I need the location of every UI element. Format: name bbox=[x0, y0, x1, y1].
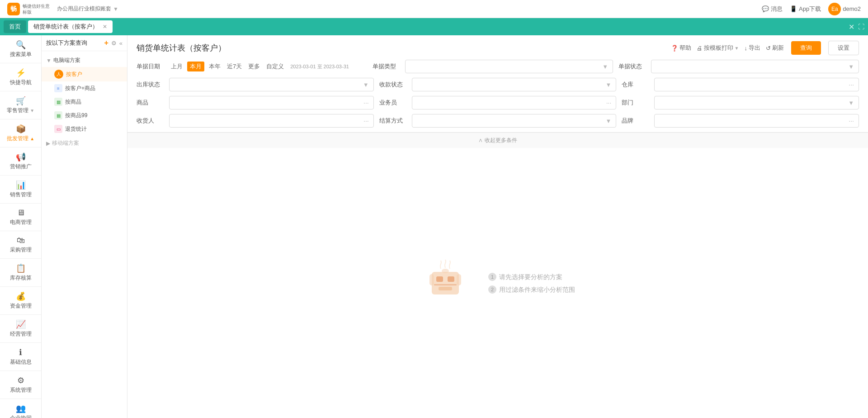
date-this-year[interactable]: 本年 bbox=[207, 62, 222, 71]
tab-maximize-icon[interactable]: ⛶ bbox=[858, 23, 864, 30]
status-input[interactable]: ▼ bbox=[651, 60, 859, 73]
date-filter-group: 上月 本月 本年 近7天 更多 自定义 2023-03-01 至 2023-03… bbox=[169, 62, 367, 71]
scheme-customer-goods-label: 按客户+商品 bbox=[65, 85, 95, 92]
status-label: 单据状态 bbox=[618, 62, 646, 71]
desktop-group-label: 电脑端方案 bbox=[53, 57, 80, 64]
svg-rect-5 bbox=[429, 274, 434, 285]
refresh-label: 刷新 bbox=[772, 44, 784, 52]
type-label: 单据类型 bbox=[373, 62, 400, 71]
goods-input[interactable]: ··· bbox=[169, 96, 374, 109]
empty-illustration bbox=[420, 256, 475, 310]
settle-input[interactable]: ▼ bbox=[412, 114, 617, 128]
scheme-item-return[interactable]: ▭ 退货统计 bbox=[42, 122, 127, 136]
sidebar-purchase-label: 采购管理 bbox=[10, 247, 32, 253]
help-btn[interactable]: ❓ 帮助 bbox=[671, 44, 691, 52]
date-prev-month[interactable]: 上月 bbox=[169, 62, 184, 71]
receiver-input[interactable]: ··· bbox=[169, 114, 374, 128]
receiver-dots-icon: ··· bbox=[363, 117, 369, 124]
scheme-add-icon[interactable]: + bbox=[104, 39, 108, 47]
sidebar-item-ecommerce[interactable]: 🖥 电商管理 bbox=[0, 204, 41, 231]
empty-hints: 1 请先选择要分析的方案 2 用过滤条件来缩小分析范围 bbox=[488, 271, 575, 296]
app-download-btn[interactable]: 📱 App下载 bbox=[790, 5, 821, 13]
clerk-dots-icon: ··· bbox=[606, 99, 612, 106]
mobile-group: ▶ 移动端方案 bbox=[42, 137, 127, 150]
help-icon: ❓ bbox=[671, 45, 678, 52]
type-input[interactable]: ▼ bbox=[405, 60, 613, 73]
clerk-input[interactable]: ··· bbox=[412, 96, 617, 109]
sidebar-item-sales[interactable]: 📊 销售管理 bbox=[0, 176, 41, 204]
pay-status-input[interactable]: ▼ bbox=[412, 78, 617, 91]
status-arrow-icon: ▼ bbox=[848, 63, 854, 70]
print-btn[interactable]: 🖨 按模板打印 ▼ bbox=[697, 44, 739, 52]
help-label: 帮助 bbox=[679, 44, 691, 52]
sidebar-item-basic[interactable]: ℹ 基础信息 bbox=[0, 343, 41, 371]
scheme-edit-icon[interactable]: ⚙ bbox=[111, 40, 117, 47]
scheme-panel: 按以下方案查询 + ⚙ « ▼ 电脑端方案 人 按客户 bbox=[42, 35, 127, 418]
tab-home[interactable]: 首页 bbox=[4, 20, 26, 33]
sidebar-item-wholesale[interactable]: 📦 批发管理 ▲ bbox=[0, 119, 41, 147]
date-more[interactable]: 更多 bbox=[246, 62, 262, 71]
scheme-header-icons: + ⚙ « bbox=[104, 39, 123, 47]
sidebar-item-search[interactable]: 🔍 搜索菜单 bbox=[0, 35, 41, 63]
marketing-icon: 📢 bbox=[2, 152, 39, 162]
query-button[interactable]: 查询 bbox=[791, 41, 821, 55]
sidebar-wholesale-label: 批发管理 bbox=[7, 135, 28, 142]
mobile-group-label: 移动端方案 bbox=[52, 139, 79, 147]
content-panel: 按以下方案查询 + ⚙ « ▼ 电脑端方案 人 按客户 bbox=[42, 35, 868, 418]
date-this-month[interactable]: 本月 bbox=[187, 62, 204, 71]
message-btn[interactable]: 💬 消息 bbox=[762, 5, 783, 13]
sidebar: 🔍 搜索菜单 ⚡ 快捷导航 🛒 零售管理 ▼ 📦 批发管理 ▲ 📢 营销推广 📊… bbox=[0, 35, 42, 418]
breadcrumb[interactable]: 办公用品行业模拟账套 ▼ bbox=[57, 5, 118, 13]
setting-button[interactable]: 设置 bbox=[828, 41, 859, 55]
date-custom[interactable]: 自定义 bbox=[264, 62, 286, 71]
svg-rect-3 bbox=[434, 284, 457, 285]
mobile-group-toggle[interactable]: ▶ 移动端方案 bbox=[42, 137, 127, 150]
scheme-item-goods99[interactable]: ▦ 按商品99 bbox=[42, 109, 127, 122]
sidebar-item-corp[interactable]: 👥 企业协同 bbox=[0, 399, 41, 418]
svg-rect-1 bbox=[436, 276, 443, 282]
scheme-customer-icon: 人 bbox=[54, 70, 63, 79]
print-arrow-icon: ▼ bbox=[735, 46, 739, 51]
date-7days[interactable]: 近7天 bbox=[225, 62, 244, 71]
scheme-customer-label: 按客户 bbox=[66, 71, 82, 78]
refresh-btn[interactable]: ↺ 刷新 bbox=[766, 44, 784, 52]
sidebar-item-marketing[interactable]: 📢 营销推广 bbox=[0, 147, 41, 176]
scheme-return-icon: ▭ bbox=[54, 125, 62, 133]
sidebar-inventory-label: 库存核算 bbox=[10, 275, 32, 281]
app-download-label: App下载 bbox=[799, 5, 821, 13]
collapse-bar[interactable]: ∧ 收起更多条件 bbox=[127, 133, 868, 148]
tab-sales-stat[interactable]: 销货单统计表（按客户） ✕ bbox=[28, 20, 113, 33]
desktop-group-toggle[interactable]: ▼ 电脑端方案 bbox=[42, 54, 127, 67]
tab-bar: 首页 销货单统计表（按客户） ✕ ✕ ⛶ bbox=[0, 18, 868, 35]
filter-row-1: 单据日期 上月 本月 本年 近7天 更多 自定义 2023-03-01 至 20… bbox=[137, 60, 859, 73]
scheme-item-customer[interactable]: 人 按客户 bbox=[42, 67, 127, 81]
warehouse-input[interactable]: ··· bbox=[654, 78, 859, 91]
user-profile[interactable]: Ea demo2 bbox=[828, 3, 861, 15]
sidebar-item-retail[interactable]: 🛒 零售管理 ▼ bbox=[0, 91, 41, 119]
dept-input[interactable]: ▼ bbox=[654, 96, 859, 109]
sidebar-item-nav[interactable]: ⚡ 快捷导航 bbox=[0, 63, 41, 91]
tab-close-icon[interactable]: ✕ bbox=[103, 24, 107, 30]
search-icon: 🔍 bbox=[2, 40, 39, 50]
export-btn[interactable]: ↓ 导出 bbox=[745, 44, 761, 52]
brand-input[interactable]: ··· bbox=[654, 114, 859, 128]
wholesale-icon: 📦 bbox=[2, 124, 39, 134]
ecommerce-icon: 🖥 bbox=[2, 208, 39, 218]
sidebar-item-management[interactable]: 📈 经营管理 bbox=[0, 315, 41, 343]
settle-arrow-icon: ▼ bbox=[605, 118, 611, 124]
tab-close-window-icon[interactable]: ✕ bbox=[849, 23, 854, 31]
logo-icon: 畅 bbox=[7, 3, 20, 15]
user-name: demo2 bbox=[843, 5, 861, 12]
sidebar-item-purchase[interactable]: 🛍 采购管理 bbox=[0, 231, 41, 259]
sidebar-item-system[interactable]: ⚙ 系统管理 bbox=[0, 371, 41, 399]
scheme-item-goods[interactable]: ▦ 按商品 bbox=[42, 95, 127, 109]
scheme-title: 按以下方案查询 bbox=[46, 39, 87, 47]
scheme-collapse-icon[interactable]: « bbox=[119, 40, 123, 47]
svg-rect-6 bbox=[457, 274, 461, 285]
sidebar-finance-label: 资金管理 bbox=[10, 303, 32, 309]
sidebar-item-inventory[interactable]: 📋 库存核算 bbox=[0, 259, 41, 287]
scheme-item-customer-goods[interactable]: ≡ 按客户+商品 bbox=[42, 81, 127, 95]
out-status-input[interactable]: ▼ bbox=[169, 78, 374, 91]
sidebar-item-finance[interactable]: 💰 资金管理 bbox=[0, 287, 41, 315]
settle-label: 结算方式 bbox=[379, 117, 406, 125]
